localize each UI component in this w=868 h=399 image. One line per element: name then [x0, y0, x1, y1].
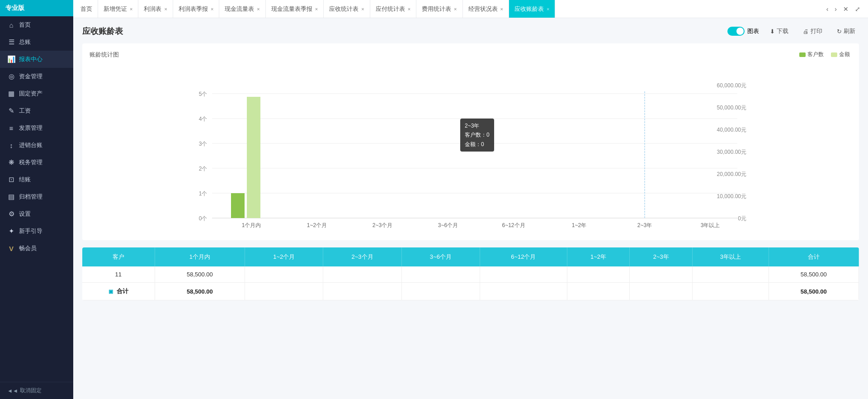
refresh-button[interactable]: ↻ 刷新 [833, 25, 859, 37]
tab-profit-quarterly[interactable]: 利润表季报 × [173, 0, 219, 18]
tab-close-ar-stats[interactable]: × [361, 6, 364, 12]
pin-sidebar-button[interactable]: ◄◄ 取消固定 [0, 382, 73, 399]
col-header-m23: 2~3个月 [323, 247, 401, 266]
sidebar-item-vip[interactable]: V 畅会员 [0, 240, 73, 257]
download-button[interactable]: ⬇ 下载 [766, 25, 792, 37]
tab-prev-button[interactable]: ‹ [824, 5, 831, 14]
sidebar-item-tax[interactable]: ❋ 税务管理 [0, 154, 73, 171]
tab-ar-aging[interactable]: 应收账龄表 × [509, 0, 555, 18]
chart-legend: 客户数 金额 [799, 51, 850, 58]
tab-cashflow-quarterly[interactable]: 现金流量表季报 × [266, 0, 324, 18]
tab-cashflow[interactable]: 现金流量表 × [219, 0, 265, 18]
salary-icon: ✎ [7, 107, 15, 115]
col-header-m36: 3~6个月 [401, 247, 480, 266]
tab-close-all-button[interactable]: ✕ [841, 5, 851, 14]
tab-close-profit-quarterly[interactable]: × [211, 6, 213, 12]
cell-m612 [480, 266, 567, 283]
sidebar-item-label: 结账 [19, 176, 31, 184]
legend-amount-label: 金额 [839, 51, 850, 58]
svg-text:0个: 0个 [199, 215, 208, 222]
svg-text:5个: 5个 [199, 91, 208, 97]
tab-maximize-button[interactable]: ⤢ [853, 5, 863, 14]
download-icon: ⬇ [770, 28, 775, 35]
vip-icon: V [7, 245, 15, 252]
tab-close-profit[interactable]: × [164, 6, 167, 12]
tab-label: 利润表 [144, 5, 161, 13]
svg-text:1个: 1个 [199, 190, 208, 197]
sidebar-item-label: 税务管理 [19, 158, 42, 166]
cell-total-y12 [567, 283, 630, 300]
tab-home[interactable]: 首页 [75, 0, 98, 18]
sidebar-item-inventory[interactable]: ↕ 进销台账 [0, 137, 73, 154]
tab-close-cashflow-quarterly[interactable]: × [315, 6, 318, 12]
table-row: 11 58,500.00 58,500.00 [82, 266, 859, 283]
funds-icon: ◎ [7, 72, 15, 81]
chart-svg: 0个 1个 2个 3个 4个 5个 0元 10,000.00元 20,000.0… [90, 64, 852, 232]
col-header-y3plus: 3年以上 [693, 247, 769, 266]
tab-navigation: ‹ › ✕ ⤢ [821, 5, 866, 14]
col-header-total: 合计 [769, 247, 859, 266]
page-header: 应收账龄表 图表 ⬇ 下载 🖨 打印 ↻ 刷新 [82, 25, 859, 37]
sidebar-item-label: 首页 [19, 21, 31, 29]
guide-icon: ✦ [7, 227, 15, 235]
sidebar-item-guide[interactable]: ✦ 新手引导 [0, 223, 73, 240]
tab-close-expense-stats[interactable]: × [454, 6, 457, 12]
svg-text:60,000.00元: 60,000.00元 [717, 82, 746, 89]
cell-total-y3plus [693, 283, 769, 300]
tab-label: 应收统计表 [329, 5, 359, 13]
tab-voucher[interactable]: 新增凭证 × [98, 0, 138, 18]
col-header-m612: 6~12个月 [480, 247, 567, 266]
tab-ar-stats[interactable]: 应收统计表 × [324, 0, 370, 18]
sidebar-item-label: 资金管理 [19, 72, 42, 81]
assets-icon: ▦ [7, 90, 15, 98]
tab-label: 应付统计表 [376, 5, 405, 13]
tab-profit[interactable]: 利润表 × [138, 0, 173, 18]
tab-close-voucher[interactable]: × [130, 6, 132, 12]
sidebar-item-invoice[interactable]: ≡ 发票管理 [0, 119, 73, 137]
sidebar-item-salary[interactable]: ✎ 工资 [0, 102, 73, 119]
bar-amount-m1 [247, 97, 260, 218]
cell-total-m12 [245, 283, 323, 300]
sidebar-item-label: 工资 [19, 107, 31, 115]
svg-text:3个: 3个 [199, 141, 208, 147]
chart-toggle[interactable] [727, 27, 745, 36]
sidebar-item-assets[interactable]: ▦ 固定资产 [0, 85, 73, 102]
tab-close-business-status[interactable]: × [500, 6, 503, 12]
page-content: 应收账龄表 图表 ⬇ 下载 🖨 打印 ↻ 刷新 [73, 18, 868, 399]
pin-icon: ◄◄ [7, 388, 18, 394]
tab-ap-stats[interactable]: 应付统计表 × [370, 0, 416, 18]
legend-amount: 金额 [831, 51, 850, 58]
svg-text:2个: 2个 [199, 166, 208, 172]
cell-total-m1: 58,500.00 [155, 283, 245, 300]
print-button[interactable]: 🖨 打印 [799, 25, 826, 37]
sidebar-item-settings[interactable]: ⚙ 设置 [0, 205, 73, 223]
sidebar-item-label: 报表中心 [19, 55, 42, 63]
cell-y3plus [693, 266, 769, 283]
tab-next-button[interactable]: › [832, 5, 839, 14]
tax-icon: ❋ [7, 158, 15, 166]
close-books-icon: ⊡ [7, 176, 15, 184]
tab-label: 现金流量表季报 [271, 5, 312, 13]
chart-container: 账龄统计图 客户数 金额 0个 1个 2个 3个 4个 [82, 43, 859, 240]
chart-title: 账龄统计图 [90, 51, 852, 59]
col-header-customer: 客户 [82, 247, 155, 266]
sidebar-item-close[interactable]: ⊡ 结账 [0, 171, 73, 188]
tab-expense-stats[interactable]: 费用统计表 × [416, 0, 462, 18]
tab-label: 首页 [80, 5, 92, 13]
cell-m23 [323, 266, 401, 283]
svg-text:40,000.00元: 40,000.00元 [717, 127, 746, 133]
tab-close-ap-stats[interactable]: × [408, 6, 410, 12]
tab-label: 利润表季报 [179, 5, 208, 13]
sidebar-item-funds[interactable]: ◎ 资金管理 [0, 68, 73, 85]
svg-text:2~3年: 2~3年 [637, 222, 652, 228]
sidebar-item-archive[interactable]: ▤ 归档管理 [0, 188, 73, 205]
tab-close-ar-aging[interactable]: × [547, 6, 549, 12]
sidebar-item-reports[interactable]: 📊 报表中心 [0, 51, 73, 68]
tab-close-cashflow[interactable]: × [257, 6, 259, 12]
sidebar-item-home[interactable]: ⌂ 首页 [0, 16, 73, 33]
svg-text:0元: 0元 [738, 215, 746, 222]
sidebar-item-ledger[interactable]: ☰ 总账 [0, 33, 73, 51]
pin-label: 取消固定 [20, 387, 42, 394]
app-logo: 专业版 [0, 0, 73, 16]
tab-business-status[interactable]: 经营状况表 × [463, 0, 509, 18]
